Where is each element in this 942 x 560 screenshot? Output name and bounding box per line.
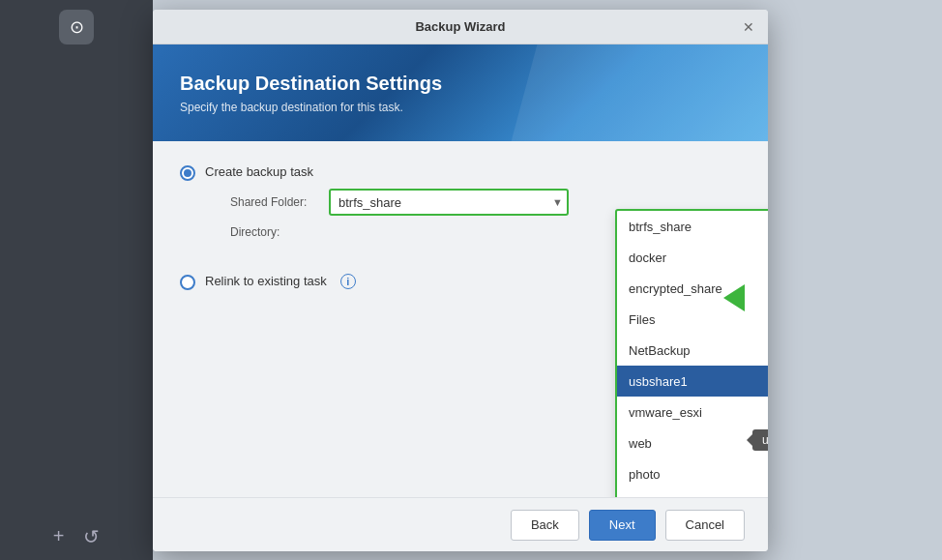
dialog-body: Create backup task Shared Folder: btrfs_… [153,141,768,497]
dropdown-item-projects[interactable]: Projects [617,489,768,497]
dropdown-item-vmware-esxi[interactable]: vmware_esxi [617,397,768,427]
history-button[interactable]: ↺ [83,525,100,548]
directory-row: Directory: [230,225,569,239]
create-task-radio[interactable] [180,165,195,181]
dropdown-item-encrypted-share[interactable]: encrypted_share [617,273,768,304]
shared-folder-select[interactable]: btrfs_sharedockerencrypted_shareFilesNet… [329,189,569,216]
dropdown-item-files[interactable]: Files [617,304,768,335]
header-title: Backup Destination Settings [180,73,741,95]
dialog-footer: Back Next Cancel [153,497,768,551]
backup-wizard-dialog: Backup Wizard ✕ Backup Destination Setti… [153,10,768,551]
arrow-shape [723,284,745,311]
dropdown-item-usbshare1[interactable]: usbshare1 [617,366,768,397]
close-button[interactable]: ✕ [741,19,756,35]
dropdown-item-web[interactable]: web [617,427,768,458]
create-task-label: Create backup task [205,164,569,179]
desktop: ⊙ + ↺ Backup Wizard ✕ Backup Destination… [0,0,942,560]
relink-task-label: Relink to existing task [205,274,327,288]
shared-folder-select-wrapper: btrfs_sharedockerencrypted_shareFilesNet… [329,189,569,216]
shared-folder-label: Shared Folder: [230,195,317,209]
shared-folder-dropdown: btrfs_share docker encrypted_share Files… [615,209,768,497]
dropdown-item-photo[interactable]: photo [617,458,768,489]
relink-task-radio[interactable] [180,275,195,290]
relink-info-icon[interactable]: i [340,274,356,289]
sidebar-bottom: + ↺ [0,525,153,548]
back-button[interactable]: Back [511,510,579,541]
dropdown-item-netbackup[interactable]: NetBackup [617,335,768,366]
header-banner: Backup Destination Settings Specify the … [153,44,768,141]
shared-folder-row: Shared Folder: btrfs_sharedockerencrypte… [230,189,569,216]
dropdown-item-btrfs-share[interactable]: btrfs_share [617,211,768,242]
arrow-indicator [723,284,745,311]
usbshare1-tooltip: usbshare1 [752,429,768,451]
directory-label: Directory: [230,225,317,239]
next-button[interactable]: Next [589,510,656,541]
add-button[interactable]: + [53,525,65,548]
app-icon[interactable]: ⊙ [59,10,94,44]
dialog-title: Backup Wizard [415,19,505,34]
titlebar: Backup Wizard ✕ [153,10,768,44]
cancel-button[interactable]: Cancel [665,510,745,541]
dropdown-item-docker[interactable]: docker [617,242,768,273]
header-subtitle: Specify the backup destination for this … [180,101,741,114]
sidebar: ⊙ + ↺ [0,0,153,560]
create-task-fields: Create backup task Shared Folder: btrfs_… [205,164,569,239]
